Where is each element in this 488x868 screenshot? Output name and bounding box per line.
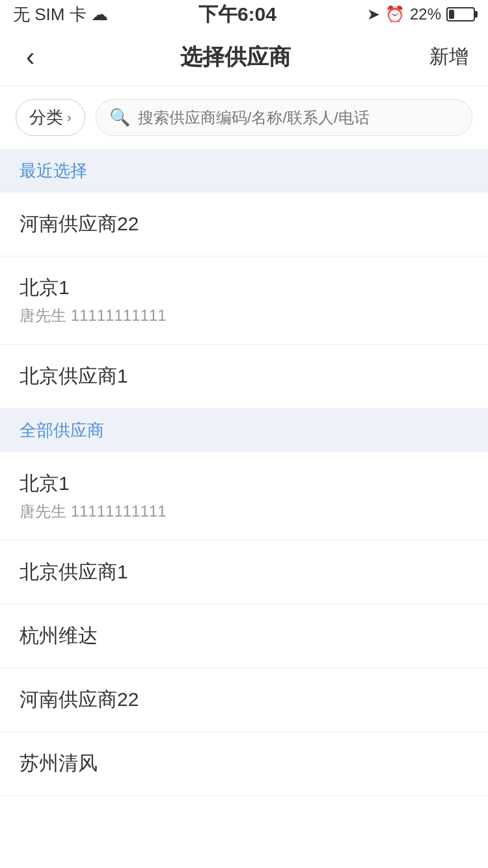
item-name: 苏州清风 <box>20 750 468 777</box>
list-item[interactable]: 河南供应商22 <box>0 193 488 256</box>
search-box: 🔍 <box>96 99 472 136</box>
item-name: 北京1 <box>20 275 468 301</box>
add-button[interactable]: 新增 <box>429 44 468 70</box>
list-item[interactable]: 苏州清风 <box>0 732 488 796</box>
status-time: 下午6:04 <box>198 1 277 28</box>
status-left: 无 SIM 卡 ☁ <box>13 3 108 26</box>
item-name: 河南供应商22 <box>20 211 468 237</box>
battery-percent: 22% <box>410 5 441 23</box>
chevron-right-icon: › <box>67 110 72 125</box>
all-section-header: 全部供应商 <box>0 409 488 452</box>
item-sub: 唐先生 11111111111 <box>20 305 468 326</box>
sim-text: 无 SIM 卡 ☁ <box>13 3 108 26</box>
search-icon: 🔍 <box>109 107 130 128</box>
list-item[interactable]: 北京1唐先生 11111111111 <box>0 452 488 541</box>
all-section-label: 全部供应商 <box>20 420 104 440</box>
all-list: 北京1唐先生 11111111111北京供应商1杭州维达河南供应商22苏州清风 <box>0 452 488 796</box>
item-name: 北京1 <box>20 470 468 497</box>
item-name: 杭州维达 <box>20 623 468 649</box>
nav-bar: ‹ 选择供应商 新增 <box>0 29 488 86</box>
search-input[interactable] <box>138 109 459 127</box>
category-label: 分类 <box>29 106 63 129</box>
list-item[interactable]: 河南供应商22 <box>0 668 488 732</box>
location-icon: ➤ <box>367 5 380 23</box>
alarm-icon: ⏰ <box>385 5 405 23</box>
status-right: ➤ ⏰ 22% <box>367 5 475 23</box>
list-item[interactable]: 北京供应商1 <box>0 541 488 604</box>
status-bar: 无 SIM 卡 ☁ 下午6:04 ➤ ⏰ 22% <box>0 0 488 29</box>
recent-list: 河南供应商22北京1唐先生 11111111111北京供应商1 <box>0 193 488 409</box>
back-button[interactable]: ‹ <box>20 36 41 78</box>
battery-icon <box>446 7 475 21</box>
list-item[interactable]: 杭州维达 <box>0 604 488 668</box>
search-area: 分类 › 🔍 <box>0 86 488 149</box>
category-button[interactable]: 分类 › <box>16 99 85 136</box>
item-name: 北京供应商1 <box>20 559 468 586</box>
item-sub: 唐先生 11111111111 <box>20 501 468 522</box>
list-item[interactable]: 北京1唐先生 11111111111 <box>0 256 488 345</box>
item-name: 北京供应商1 <box>20 363 468 390</box>
list-item[interactable]: 北京供应商1 <box>0 345 488 409</box>
recent-section-label: 最近选择 <box>20 161 87 180</box>
page-title: 选择供应商 <box>180 42 291 72</box>
recent-section-header: 最近选择 <box>0 149 488 193</box>
item-name: 河南供应商22 <box>20 686 468 713</box>
